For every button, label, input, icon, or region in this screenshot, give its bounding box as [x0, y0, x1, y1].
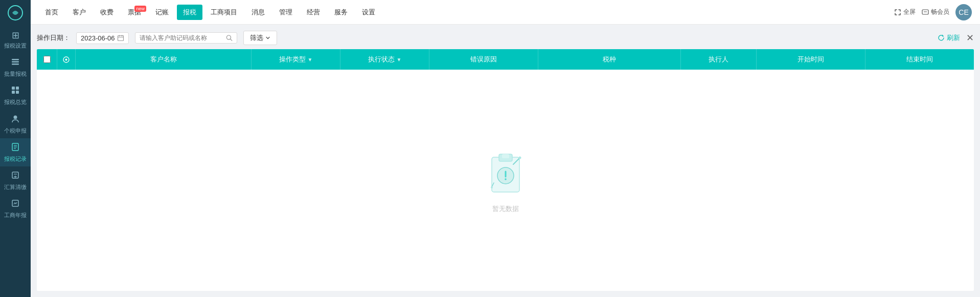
- top-navigation: 首页 客户 收费 票据 new 记账 报税 工商项目 消息: [31, 0, 980, 25]
- date-input[interactable]: 2023-06-06: [76, 32, 129, 44]
- member-button[interactable]: 畅会员: [922, 8, 949, 16]
- sidebar-item-tax-overview[interactable]: 报税总览: [0, 81, 31, 110]
- sidebar-item-label: 报税总览: [4, 99, 27, 105]
- nav-item-messages[interactable]: 消息: [245, 5, 271, 20]
- th-executor: 执行人: [681, 49, 757, 70]
- date-label: 操作日期：: [37, 33, 70, 43]
- svg-rect-6: [12, 91, 15, 94]
- svg-rect-3: [12, 63, 19, 65]
- sidebar-item-label: 个税申报: [4, 128, 27, 134]
- svg-point-37: [491, 186, 493, 188]
- svg-line-25: [230, 39, 232, 40]
- th-settings[interactable]: [57, 49, 76, 70]
- nav-item-operations[interactable]: 经营: [301, 5, 326, 20]
- empty-text: 暂无数据: [492, 204, 519, 214]
- sidebar-item-tax-settings[interactable]: ⊞ 报税设置: [0, 26, 31, 53]
- topnav-right: 全屏 畅会员 CE: [894, 4, 972, 20]
- nav-item-business[interactable]: 工商项目: [204, 5, 243, 20]
- sidebar: ⊞ 报税设置 批量报税 报税总览: [0, 0, 31, 297]
- refresh-icon: [938, 34, 945, 41]
- batch-tax-icon: [11, 57, 20, 69]
- personal-tax-icon: [11, 114, 20, 126]
- main-wrapper: 首页 客户 收费 票据 new 记账 报税 工商项目 消息: [31, 0, 980, 297]
- sidebar-item-batch-tax[interactable]: 批量报税: [0, 53, 31, 81]
- close-button[interactable]: ✕: [966, 33, 974, 43]
- avatar[interactable]: CE: [955, 4, 972, 20]
- th-exec-status: 执行状态 ▼: [340, 49, 429, 70]
- content-area: 操作日期： 2023-06-06: [31, 25, 980, 297]
- settings-icon: [62, 56, 70, 63]
- member-icon: [922, 9, 929, 16]
- select-all-checkbox[interactable]: [43, 56, 51, 63]
- sidebar-item-label: 汇算清缴: [4, 184, 27, 190]
- tax-settings-icon: ⊞: [12, 30, 19, 41]
- search-icon: [226, 34, 233, 41]
- svg-rect-30: [502, 154, 509, 158]
- sidebar-item-label: 报税设置: [4, 43, 27, 49]
- table-wrapper: 客户名称 操作类型 ▼ 执行状态 ▼ 错误原因 税种: [37, 49, 974, 291]
- tax-overview-icon: [11, 86, 20, 97]
- th-error-reason: 错误原因: [429, 49, 538, 70]
- date-value: 2023-06-06: [81, 34, 115, 42]
- nav-item-settings[interactable]: 设置: [356, 5, 381, 20]
- fullscreen-icon: [894, 9, 901, 16]
- sort-icon: ▼: [397, 57, 402, 62]
- nav-item-home[interactable]: 首页: [39, 5, 64, 20]
- th-start-time: 开始时间: [757, 49, 865, 70]
- th-end-time: 结束时间: [865, 49, 974, 70]
- svg-rect-7: [16, 91, 19, 94]
- page-panel: 操作日期： 2023-06-06: [31, 25, 980, 297]
- nav-item-client[interactable]: 客户: [66, 5, 92, 20]
- sidebar-item-label: 报税记录: [4, 156, 27, 162]
- sidebar-item-tax-records[interactable]: 报税记录: [0, 138, 31, 166]
- empty-illustration: [483, 147, 529, 198]
- th-client-name: 客户名称: [76, 49, 252, 70]
- new-badge: new: [134, 6, 146, 12]
- nav-item-tax[interactable]: 报税: [177, 5, 202, 20]
- svg-rect-4: [12, 87, 15, 90]
- empty-state: 暂无数据: [37, 70, 974, 291]
- svg-point-8: [14, 115, 17, 119]
- nav-item-accounting[interactable]: 记账: [149, 5, 175, 20]
- chevron-down-icon: [265, 35, 270, 40]
- table-header: 客户名称 操作类型 ▼ 执行状态 ▼ 错误原因 税种: [37, 49, 974, 70]
- th-tax-type: 税种: [538, 49, 681, 70]
- sidebar-item-personal-tax[interactable]: 个税申报: [0, 110, 31, 138]
- toolbar: 操作日期： 2023-06-06: [37, 31, 974, 45]
- nav-item-invoice[interactable]: 票据 new: [122, 5, 147, 20]
- svg-rect-1: [12, 59, 19, 60]
- nav-item-fee[interactable]: 收费: [94, 5, 120, 20]
- svg-rect-5: [16, 87, 19, 90]
- filter-button[interactable]: 筛选: [243, 31, 277, 45]
- search-input[interactable]: [140, 34, 224, 41]
- nav-item-management[interactable]: 管理: [273, 5, 299, 20]
- sidebar-item-label: 工商年报: [4, 212, 27, 219]
- svg-point-35: [518, 157, 521, 159]
- svg-rect-20: [118, 36, 123, 41]
- nav-item-service[interactable]: 服务: [328, 5, 354, 20]
- sidebar-item-calculation[interactable]: 汇算清缴: [0, 166, 31, 195]
- calculation-icon: [11, 171, 20, 182]
- calendar-icon: [117, 34, 124, 41]
- th-op-type: 操作类型 ▼: [252, 49, 340, 70]
- fullscreen-button[interactable]: 全屏: [894, 8, 916, 16]
- sidebar-item-label: 批量报税: [4, 71, 27, 77]
- search-box[interactable]: [135, 32, 237, 44]
- tax-records-icon: [11, 142, 20, 154]
- sort-icon: ▼: [308, 57, 313, 62]
- th-checkbox[interactable]: [37, 49, 57, 70]
- svg-point-33: [505, 178, 507, 180]
- refresh-button[interactable]: 刷新: [938, 33, 960, 43]
- nav-items: 首页 客户 收费 票据 new 记账 报税 工商项目 消息: [39, 5, 894, 20]
- annual-report-icon: [11, 199, 20, 210]
- app-logo: [0, 0, 31, 26]
- svg-point-27: [65, 58, 67, 60]
- table-body: 暂无数据: [37, 70, 974, 291]
- svg-rect-2: [12, 61, 19, 63]
- sidebar-item-annual-report[interactable]: 工商年报: [0, 195, 31, 223]
